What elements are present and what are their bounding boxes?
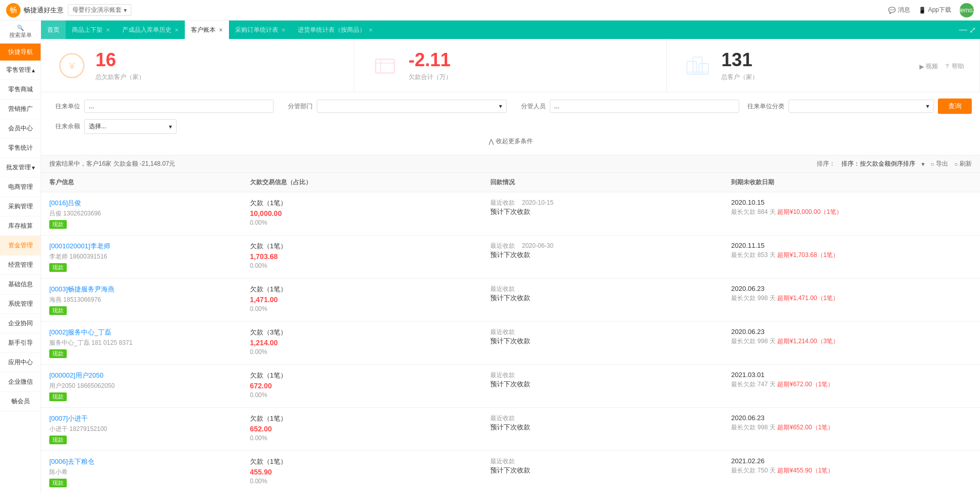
sidebar-item-membership[interactable]: 会员中心 — [0, 119, 41, 139]
debt-amount-0[interactable]: 10,000.00 — [250, 209, 491, 218]
repay-cell-1: 最近收款 2020-06-30 预计下次收款 — [490, 242, 731, 260]
video-icon: ▶ — [919, 63, 924, 70]
tab-production[interactable]: 产成品入库单历史 ✕ — [116, 21, 185, 39]
tab-customer-account[interactable]: 客户账本 ✕ — [185, 21, 229, 39]
balance-select[interactable]: 选择... ▾ — [84, 119, 177, 134]
debt-count-5: 欠款（1笔） — [250, 414, 491, 423]
tab-maximize-button[interactable]: ⤢ — [969, 25, 976, 35]
debt-amount-2[interactable]: 1,471.00 — [250, 295, 491, 304]
stat-card-debt-customers: ¥ 16 总欠款客户（家） — [41, 39, 354, 92]
sort-button[interactable]: 排序：按欠款金额倒序排序 — [841, 160, 915, 168]
sidebar-item-inventory[interactable]: 库存核算 — [0, 216, 41, 236]
debt-count-3: 欠款（3笔） — [250, 328, 491, 337]
table-header: 客户信息 欠款交易信息（占比） 回款情况 到期未收款日期 — [41, 173, 980, 192]
dept-select[interactable]: ▾ — [317, 100, 506, 113]
refresh-button[interactable]: ○ 刷新 — [954, 160, 972, 168]
top-bar-left: 畅 畅捷通好生意 母婴行业演示账套 ▾ — [6, 3, 131, 17]
customer-name-4[interactable]: [000002]用户2050 — [49, 371, 104, 379]
ecommerce-label: 电商管理 — [8, 183, 33, 190]
customer-tag-3: 现款 — [49, 349, 67, 358]
from-unit-input[interactable]: ... — [84, 100, 274, 113]
repay-latest-1: 最近收款 2020-06-30 — [490, 242, 731, 250]
tab-minimize-button[interactable]: — — [959, 25, 967, 34]
app-download-button[interactable]: 📱 App下载 — [918, 6, 951, 14]
person-input[interactable]: ... — [550, 100, 739, 113]
sidebar-item-system[interactable]: 系统管理 — [0, 294, 41, 314]
tab-products-close[interactable]: ✕ — [106, 27, 110, 33]
overdue-link-3[interactable]: 超期¥1,214.00（3笔） — [777, 338, 839, 345]
customer-phone-2: 海燕 18513066976 — [49, 295, 250, 304]
sidebar-search[interactable]: 🔍 搜索菜单 — [0, 21, 41, 44]
sidebar-item-ecommerce[interactable]: 电商管理 — [0, 178, 41, 197]
export-label: 导出 — [936, 160, 948, 168]
search-button[interactable]: 查询 — [938, 98, 972, 114]
collapse-btn[interactable]: ⋀ 收起更多条件 — [49, 137, 972, 146]
overdue-link-4[interactable]: 超期¥672.00（1笔） — [777, 381, 834, 388]
sidebar-item-basic-info[interactable]: 基础信息 — [0, 275, 41, 294]
overdue-cell-1: 2020.11.15 最长欠款 853 天 超期¥1,703.68（1笔） — [731, 242, 972, 260]
help-button[interactable]: ？ 帮助 — [944, 62, 964, 71]
sidebar-item-retail-mgmt[interactable]: 零售管理 ▴ — [0, 61, 41, 80]
repay-latest-0: 最近收款 2020-10-15 — [490, 199, 731, 207]
tab-instock-stats[interactable]: 进货单统计表（按商品） ✕ — [292, 21, 379, 39]
tab-products[interactable]: 商品上下架 ✕ — [66, 21, 116, 39]
customer-name-5[interactable]: [0007]小进干 — [49, 415, 88, 422]
export-button[interactable]: ○ 导出 — [931, 160, 948, 168]
overdue-link-0[interactable]: 超期¥10,000.00（1笔） — [777, 208, 842, 215]
operations-label: 经营管理 — [8, 261, 33, 268]
sidebar-item-enterprise-wechat[interactable]: 企业微信 — [0, 372, 41, 392]
message-button[interactable]: 💬 消息 — [888, 6, 910, 14]
data-table: 客户信息 欠款交易信息（占比） 回款情况 到期未收款日期 [0016]吕俊 吕俊… — [41, 173, 980, 493]
debt-amount-1[interactable]: 1,703.68 — [250, 252, 491, 261]
debt-amount-5[interactable]: 652.00 — [250, 425, 491, 433]
tab-bar: 首页 商品上下架 ✕ 产成品入库单历史 ✕ 客户账本 ✕ 采购订单统计表 ✕ 进… — [41, 21, 980, 39]
overdue-link-6[interactable]: 超期¥455.90（1笔） — [777, 467, 834, 474]
overdue-date-1: 2020.11.15 — [731, 242, 972, 249]
overdue-cell-2: 2020.06.23 最长欠款 998 天 超期¥1,471.00（1笔） — [731, 285, 972, 303]
user-avatar[interactable]: demo2 — [959, 3, 974, 17]
customer-name-6[interactable]: [0006]去下粮仓 — [49, 458, 94, 465]
logo-icon: 畅 — [6, 3, 21, 17]
top-bar: 畅 畅捷通好生意 母婴行业演示账套 ▾ 💬 消息 📱 App下载 demo2 — [0, 0, 980, 21]
sidebar-quick-nav[interactable]: 快捷导航 — [0, 44, 41, 61]
sidebar-item-enterprise-collab[interactable]: 企业协同 — [0, 314, 41, 333]
sidebar-item-retail-mall[interactable]: 零售商城 — [0, 80, 41, 100]
video-button[interactable]: ▶ 视频 — [919, 62, 938, 71]
sidebar-item-wholesale-mgmt[interactable]: 批发管理 ▾ — [0, 158, 41, 178]
col-header-debt: 欠款交易信息（占比） — [250, 178, 491, 187]
debt-amount-6[interactable]: 455.90 — [250, 468, 491, 476]
unit-class-select[interactable]: ▾ — [789, 100, 934, 113]
sidebar-item-operations[interactable]: 经营管理 — [0, 255, 41, 275]
sidebar-item-app-center[interactable]: 应用中心 — [0, 353, 41, 372]
customer-name-3[interactable]: [0002]服务中心_丁磊 — [49, 328, 111, 336]
tab-instock-stats-close[interactable]: ✕ — [369, 27, 373, 33]
sidebar-item-retail-stats[interactable]: 零售统计 — [0, 139, 41, 158]
tab-purchase-stats[interactable]: 采购订单统计表 ✕ — [229, 21, 292, 39]
store-name: 母婴行业演示账套 — [72, 6, 122, 14]
debt-amount-3[interactable]: 1,214.00 — [250, 339, 491, 347]
tab-purchase-stats-close[interactable]: ✕ — [281, 27, 285, 33]
overdue-link-5[interactable]: 超期¥652.00（1笔） — [777, 424, 834, 431]
customer-name-1[interactable]: [0001020001]李老师 — [49, 242, 110, 250]
tab-production-close[interactable]: ✕ — [175, 27, 179, 33]
sidebar-item-finance[interactable]: 资金管理 — [0, 236, 41, 255]
tab-customer-account-close[interactable]: ✕ — [219, 27, 223, 33]
debt-customers-value: 16 — [95, 49, 145, 71]
sidebar-item-marketing[interactable]: 营销推广 — [0, 100, 41, 119]
debt-amount-4[interactable]: 672.00 — [250, 382, 491, 390]
customer-name-2[interactable]: [0003]畅捷服务尹海燕 — [49, 285, 114, 293]
customer-cell-2: [0003]畅捷服务尹海燕 海燕 18513066976 现款 — [49, 285, 250, 315]
message-icon: 💬 — [888, 7, 896, 14]
tab-home[interactable]: 首页 — [41, 21, 66, 39]
tab-purchase-stats-label: 采购订单统计表 — [235, 26, 278, 34]
sidebar-item-member[interactable]: 畅会员 — [0, 392, 41, 411]
sidebar-item-guide[interactable]: 新手引导 — [0, 333, 41, 353]
sidebar-item-purchase-mgmt[interactable]: 采购管理 — [0, 197, 41, 216]
overdue-date-3: 2020.06.23 — [731, 328, 972, 336]
debt-percent-3: 0.00% — [250, 348, 491, 356]
overdue-link-1[interactable]: 超期¥1,703.68（1笔） — [777, 251, 839, 259]
store-selector[interactable]: 母婴行业演示账套 ▾ — [68, 4, 131, 16]
overdue-link-2[interactable]: 超期¥1,471.00（1笔） — [777, 294, 839, 302]
customer-name-0[interactable]: [0016]吕俊 — [49, 199, 81, 207]
overdue-cell-5: 2020.06.23 最长欠款 998 天 超期¥652.00（1笔） — [731, 414, 972, 432]
